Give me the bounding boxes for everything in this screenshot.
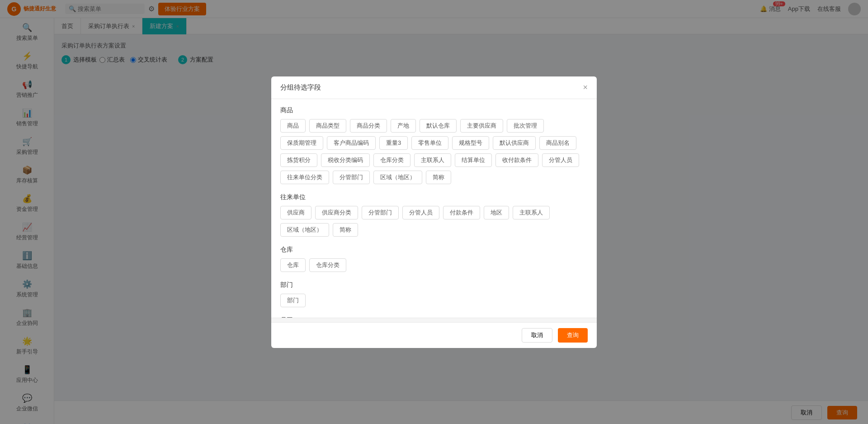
field-tag[interactable]: 分管人员 [542, 153, 579, 167]
field-tag[interactable]: 仓库分类 [373, 153, 410, 167]
field-tag[interactable]: 税收分类编码 [321, 153, 370, 167]
modal-footer: 取消 查询 [271, 322, 597, 348]
field-tag[interactable]: 客户商品编码 [327, 136, 376, 150]
modal: 分组待选字段 × 商品 商品 商品类型 商品分类 产地 默认仓库 主要供应商 批… [271, 76, 597, 348]
modal-horizontal-scrollbar[interactable] [271, 318, 597, 322]
field-tag[interactable]: 简称 [333, 223, 358, 237]
section-warehouse-tags: 仓库 仓库分类 [280, 258, 588, 272]
field-tag[interactable]: 商品类型 [309, 119, 346, 133]
section-product-tags: 商品 商品类型 商品分类 产地 默认仓库 主要供应商 批次管理 保质期管理 客户… [280, 119, 588, 184]
field-tag[interactable]: 区域（地区） [280, 223, 329, 237]
field-tag[interactable]: 主要供应商 [460, 119, 503, 133]
field-tag[interactable]: 规格型号 [452, 136, 489, 150]
section-product: 商品 商品 商品类型 商品分类 产地 默认仓库 主要供应商 批次管理 保质期管理… [280, 106, 588, 184]
field-tag[interactable]: 产地 [391, 119, 416, 133]
field-tag[interactable]: 商品别名 [539, 136, 576, 150]
field-tag[interactable]: 商品分类 [350, 119, 387, 133]
modal-confirm-button[interactable]: 查询 [558, 328, 588, 343]
section-counterpart: 往来单位 供应商 供应商分类 分管部门 分管人员 付款条件 地区 主联系人 区域… [280, 193, 588, 237]
section-warehouse: 仓库 仓库 仓库分类 [280, 246, 588, 272]
modal-title: 分组待选字段 [280, 83, 321, 92]
field-tag[interactable]: 往来单位分类 [280, 171, 329, 184]
modal-close-button[interactable]: × [583, 83, 588, 92]
field-tag[interactable]: 供应商 [280, 206, 311, 219]
field-tag[interactable]: 主联系人 [513, 206, 550, 219]
field-tag[interactable]: 结算单位 [455, 153, 492, 167]
section-department: 部门 部门 [280, 281, 588, 307]
field-tag[interactable]: 默认供应商 [493, 136, 536, 150]
field-tag[interactable]: 仓库分类 [309, 258, 346, 272]
modal-overlay: 分组待选字段 × 商品 商品 商品类型 商品分类 产地 默认仓库 主要供应商 批… [0, 0, 868, 424]
field-tag[interactable]: 批次管理 [507, 119, 544, 133]
modal-body: 商品 商品 商品类型 商品分类 产地 默认仓库 主要供应商 批次管理 保质期管理… [271, 99, 597, 318]
field-tag[interactable]: 部门 [280, 294, 306, 307]
field-tag[interactable]: 简称 [426, 171, 451, 184]
field-tag[interactable]: 仓库 [280, 258, 306, 272]
section-product-title: 商品 [280, 106, 588, 114]
field-tag[interactable]: 分管人员 [402, 206, 439, 219]
field-tag[interactable]: 供应商分类 [315, 206, 358, 219]
field-tag[interactable]: 商品 [280, 119, 306, 133]
section-department-tags: 部门 [280, 294, 588, 307]
field-tag[interactable]: 重量3 [379, 136, 408, 150]
modal-cancel-button[interactable]: 取消 [522, 328, 552, 343]
field-tag[interactable]: 分管部门 [333, 171, 370, 184]
modal-header: 分组待选字段 × [271, 76, 597, 99]
field-tag[interactable]: 默认仓库 [420, 119, 457, 133]
field-tag[interactable]: 拣货积分 [280, 153, 317, 167]
field-tag[interactable]: 地区 [484, 206, 509, 219]
field-tag[interactable]: 保质期管理 [280, 136, 323, 150]
field-tag[interactable]: 收付款条件 [495, 153, 538, 167]
field-tag[interactable]: 主联系人 [414, 153, 451, 167]
field-tag[interactable]: 零售单位 [411, 136, 448, 150]
field-tag[interactable]: 区域（地区） [373, 171, 422, 184]
section-warehouse-title: 仓库 [280, 246, 588, 254]
field-tag[interactable]: 付款条件 [443, 206, 480, 219]
field-tag[interactable]: 分管部门 [362, 206, 399, 219]
section-counterpart-tags: 供应商 供应商分类 分管部门 分管人员 付款条件 地区 主联系人 区域（地区） … [280, 206, 588, 237]
section-department-title: 部门 [280, 281, 588, 289]
section-counterpart-title: 往来单位 [280, 193, 588, 201]
